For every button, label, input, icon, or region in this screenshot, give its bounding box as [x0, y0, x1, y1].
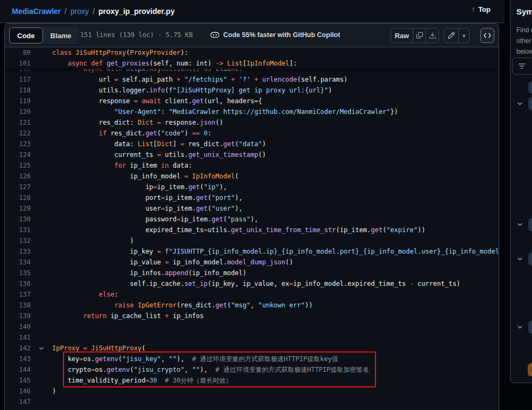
caret-down-icon: ▾ [463, 33, 465, 39]
symbol-item-pill[interactable] [528, 82, 532, 93]
symbol-item-pill-orange[interactable] [528, 363, 532, 376]
breadcrumb-repo-link[interactable]: MediaCrawler [12, 7, 61, 16]
line-number[interactable]: 147 [5, 397, 31, 407]
code-text: class JiSuHttpProxy(ProxyProvider): [52, 47, 188, 58]
line-number[interactable]: 129 [5, 203, 31, 214]
code-brackets-icon [484, 32, 491, 39]
line-number[interactable]: 146 [5, 386, 31, 397]
edit-dropdown-button[interactable]: ▾ [458, 28, 469, 42]
gutter-space [31, 257, 52, 268]
line-number[interactable]: 80 [5, 47, 31, 58]
code-text: if res_dict.get("code") == 0: [52, 128, 211, 139]
symbol-collapse-chevron-icon[interactable] [516, 323, 523, 330]
gutter-space [31, 235, 52, 246]
line-number[interactable]: 137 [5, 289, 31, 300]
gutter-space [31, 332, 52, 343]
line-number[interactable]: 134 [5, 257, 31, 268]
line-number[interactable]: 142 [5, 343, 31, 354]
code-line: 144 crypto=os.getenv("jisu_crypto", ""),… [5, 364, 499, 375]
code-text: ip=ip_item.get("ip"), [52, 182, 227, 192]
symbol-collapse-chevron-icon[interactable] [516, 100, 523, 107]
tab-code[interactable]: Code [9, 27, 43, 44]
line-number[interactable]: 125 [5, 160, 31, 171]
symbol-item-pill[interactable] [528, 97, 532, 110]
symbol-item-pill[interactable] [528, 218, 532, 231]
line-number[interactable]: 132 [5, 235, 31, 246]
line-number[interactable]: 127 [5, 182, 31, 192]
line-number[interactable]: 128 [5, 192, 31, 203]
symbol-collapse-chevron-icon[interactable] [516, 255, 523, 262]
code-text: ip_info_model = IpInfoModel( [52, 171, 239, 182]
symbol-collapse-chevron-icon[interactable] [516, 221, 523, 228]
line-number[interactable]: 144 [5, 364, 31, 375]
code-line: 128 port=ip_item.get("port"), [5, 192, 499, 203]
tab-blame[interactable]: Blame [43, 27, 79, 44]
code-text: utils.logger.info(f"[JiSuHttpProxy] get … [52, 85, 332, 96]
raw-button[interactable]: Raw [391, 28, 413, 42]
file-toolbar: Code Blame 151 lines (130 loc) · 5.75 KB… [5, 24, 499, 47]
gutter-space [31, 203, 52, 214]
line-number[interactable]: 121 [5, 117, 31, 128]
code-line: 125 for ip_item in data: [5, 160, 499, 171]
code-line: 127 ip=ip_item.get("ip"), [5, 182, 499, 192]
symbols-filter-button[interactable] [512, 57, 532, 75]
line-number[interactable]: 117 [5, 74, 31, 85]
line-number[interactable]: 139 [5, 311, 31, 321]
fold-chevron-icon[interactable] [31, 343, 52, 354]
line-number[interactable]: 101 [5, 58, 31, 69]
download-button[interactable] [425, 28, 438, 42]
copilot-banner[interactable]: Code 55% faster with GitHub Copilot [210, 31, 340, 39]
code-text: else: [52, 289, 118, 300]
gutter-space [31, 160, 52, 171]
gutter-space [31, 278, 52, 289]
line-number[interactable]: 119 [5, 96, 31, 106]
code-text: ip_key = f"JISUHTTP_{ip_info_model.ip}_{… [52, 246, 499, 257]
back-to-top-button[interactable]: ↑ Top [471, 5, 491, 13]
code-line: 120 "User-Agent": "MediaCrawler https://… [5, 106, 499, 117]
line-number[interactable]: 130 [5, 214, 31, 225]
line-number[interactable]: 141 [5, 332, 31, 343]
symbols-desc-line: below. [516, 46, 532, 57]
code-line: 143 key=os.getenv("jisu_key", ""), # 通过环… [5, 354, 499, 364]
line-number[interactable]: 145 [5, 375, 31, 386]
line-number[interactable]: 126 [5, 171, 31, 182]
line-number[interactable]: 143 [5, 354, 31, 364]
symbols-panel-toggle-button[interactable] [480, 28, 494, 43]
code-line: 139 return ip_cache_list + ip_infos [5, 311, 499, 321]
symbol-item-pill[interactable] [528, 253, 532, 265]
code-text: port=ip_item.get("port"), [52, 192, 243, 203]
code-text: ip_infos.append(ip_info_model) [52, 268, 246, 278]
code-blame-switcher: Code Blame [9, 27, 79, 44]
breadcrumb-folder-link[interactable]: proxy [70, 7, 89, 16]
line-number[interactable]: 120 [5, 106, 31, 117]
code-text: IpProxy = JiSuHttpProxy( [52, 343, 145, 354]
code-text: ) [52, 235, 134, 246]
code-line: 133 ip_key = f"JISUHTTP_{ip_info_model.i… [5, 246, 499, 257]
gutter-space [31, 128, 52, 139]
line-number[interactable]: 122 [5, 128, 31, 139]
code-line: 121 res_dict: Dict = response.json() [5, 117, 499, 128]
line-number[interactable]: 124 [5, 149, 31, 160]
line-number[interactable]: 133 [5, 246, 31, 257]
gutter-space [31, 117, 52, 128]
line-number[interactable]: 138 [5, 300, 31, 311]
line-number[interactable]: 123 [5, 139, 31, 149]
gutter-space [31, 289, 52, 300]
line-number[interactable]: 131 [5, 225, 31, 235]
line-number[interactable]: 135 [5, 268, 31, 278]
gutter-space [31, 386, 52, 397]
code-text: res_dict: Dict = response.json() [52, 117, 223, 128]
copy-button[interactable] [413, 28, 425, 42]
code-line: 80class JiSuHttpProxy(ProxyProvider): [5, 47, 499, 58]
line-number[interactable]: 136 [5, 278, 31, 289]
code-lines: 116 async with httpx.AsyncClient() as cl… [5, 63, 499, 407]
edit-button[interactable] [444, 28, 458, 42]
symbol-item-pill[interactable] [528, 321, 532, 334]
gutter-space [31, 139, 52, 149]
gutter-space [31, 85, 52, 96]
code-line: 118 utils.logger.info(f"[JiSuHttpProxy] … [5, 85, 499, 96]
line-number[interactable]: 140 [5, 321, 31, 332]
line-number[interactable]: 118 [5, 85, 31, 96]
code-line: 134 ip_value = ip_info_model.model_dump_… [5, 257, 499, 268]
code-area: 80class JiSuHttpProxy(ProxyProvider):101… [5, 47, 499, 410]
